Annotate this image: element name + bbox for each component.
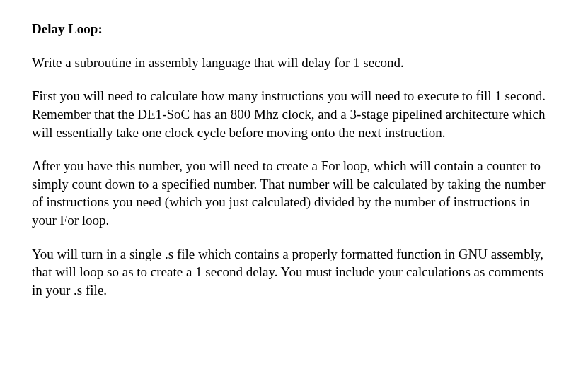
paragraph-deliverable: You will turn in a single .s file which … bbox=[32, 245, 549, 300]
paragraph-calculation: First you will need to calculate how man… bbox=[32, 87, 549, 141]
paragraph-forloop: After you have this number, you will nee… bbox=[32, 157, 549, 230]
paragraph-intro: Write a subroutine in assembly language … bbox=[32, 54, 549, 72]
document-heading: Delay Loop: bbox=[32, 20, 549, 38]
